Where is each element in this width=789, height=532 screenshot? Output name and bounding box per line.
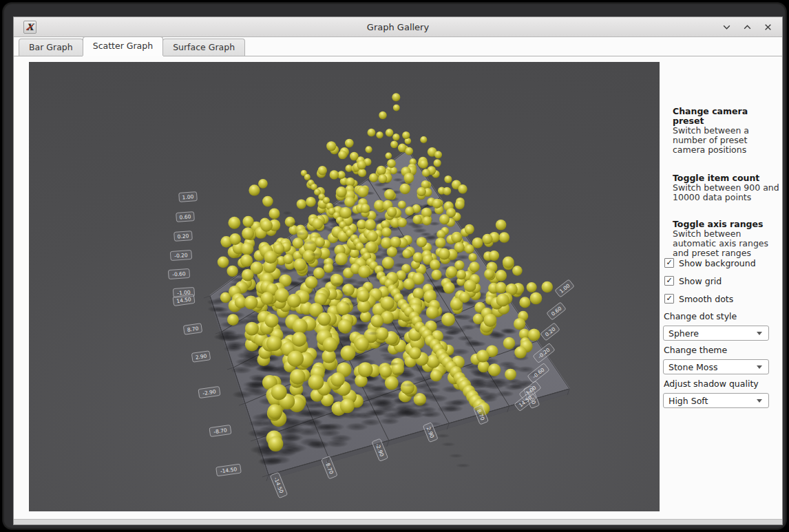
dot-style-value: Sphere bbox=[669, 328, 699, 339]
scatter-3d-chart[interactable]: 1.000.600.20-0.20-0.60-1.0014.508.702.90… bbox=[29, 62, 660, 511]
axis-tick-label: -14.50 bbox=[216, 464, 242, 476]
toggle-axis-ranges-button[interactable]: Toggle axis ranges Switch between automa… bbox=[663, 220, 780, 258]
checkbox-label: Show grid bbox=[679, 276, 722, 286]
theme-select[interactable]: Stone Moss bbox=[663, 359, 769, 374]
change-camera-preset-button[interactable]: Change camera preset Switch between a nu… bbox=[663, 107, 780, 155]
axis-tick-label: 0.20 bbox=[540, 323, 560, 341]
theme-value: Stone Moss bbox=[669, 362, 718, 372]
control-panel: Change camera preset Switch between a nu… bbox=[663, 107, 780, 408]
svg-text:-0.60: -0.60 bbox=[172, 270, 186, 277]
axis-tick-label: 8.70 bbox=[183, 323, 202, 334]
window-frame: X Graph Gallery Bar Graph Scatter Graph … bbox=[2, 2, 787, 530]
shadow-quality-select[interactable]: High Soft bbox=[663, 393, 769, 408]
dot-style-select[interactable]: Sphere bbox=[663, 326, 769, 341]
shadow-quality-label: Adjust shadow quality bbox=[664, 379, 780, 389]
title-bar[interactable]: X Graph Gallery bbox=[14, 17, 782, 37]
axis-tick-label: -8.70 bbox=[209, 425, 231, 436]
axis-tick-label: 1.00 bbox=[179, 192, 198, 202]
action-description: Switch between 900 and 10000 data points bbox=[673, 183, 780, 202]
action-title: Toggle item count bbox=[673, 173, 780, 183]
svg-text:1.00: 1.00 bbox=[182, 193, 194, 200]
svg-text:-0.20: -0.20 bbox=[174, 252, 188, 259]
close-icon[interactable] bbox=[763, 22, 772, 32]
window-controls bbox=[722, 17, 772, 36]
smooth-dots-checkbox[interactable]: ✓ Smooth dots bbox=[664, 294, 780, 304]
theme-label: Change theme bbox=[664, 345, 780, 355]
tab-scatter-graph[interactable]: Scatter Graph bbox=[83, 36, 163, 56]
minimize-icon[interactable] bbox=[722, 22, 731, 32]
dot-style-label: Change dot style bbox=[664, 312, 780, 321]
show-background-checkbox[interactable]: ✓ Show background bbox=[664, 258, 780, 268]
svg-text:0.60: 0.60 bbox=[179, 213, 191, 220]
checkbox-icon: ✓ bbox=[664, 276, 674, 286]
checkbox-label: Smooth dots bbox=[679, 294, 733, 304]
app-window: X Graph Gallery Bar Graph Scatter Graph … bbox=[13, 17, 783, 525]
tab-surface-graph[interactable]: Surface Graph bbox=[162, 39, 245, 56]
axis-tick-label: 0.60 bbox=[547, 302, 566, 320]
tab-bar-graph[interactable]: Bar Graph bbox=[19, 39, 83, 56]
checkbox-icon: ✓ bbox=[664, 258, 674, 268]
axis-tick-label: -0.60 bbox=[168, 268, 189, 279]
action-title: Change camera preset bbox=[673, 107, 780, 126]
scatter-3d-svg: 1.000.600.20-0.20-0.60-1.0014.508.702.90… bbox=[29, 62, 660, 511]
window-title: Graph Gallery bbox=[14, 22, 782, 32]
checkbox-icon: ✓ bbox=[664, 294, 674, 304]
tab-pane: 1.000.600.20-0.20-0.60-1.0014.508.702.90… bbox=[14, 56, 782, 520]
action-title: Toggle axis ranges bbox=[673, 220, 780, 229]
tab-bar: Bar Graph Scatter Graph Surface Graph bbox=[14, 37, 782, 56]
axis-tick-label: -14.50 bbox=[270, 472, 287, 498]
axis-tick-label: -2.90 bbox=[198, 386, 220, 398]
svg-text:0.20: 0.20 bbox=[177, 233, 189, 240]
app-icon: X bbox=[23, 21, 36, 34]
chevron-down-icon bbox=[757, 399, 762, 403]
chevron-down-icon bbox=[757, 365, 762, 369]
action-description: Switch between a number of preset camera… bbox=[673, 126, 780, 155]
shadow-quality-value: High Soft bbox=[669, 396, 708, 406]
axis-tick-label: 2.90 bbox=[191, 351, 210, 362]
axis-tick-label: 0.60 bbox=[176, 212, 195, 222]
axis-tick-label: 1.00 bbox=[555, 279, 574, 297]
chevron-down-icon bbox=[757, 332, 762, 335]
show-grid-checkbox[interactable]: ✓ Show grid bbox=[664, 276, 780, 286]
action-description: Switch between automatic axis ranges and… bbox=[673, 229, 780, 258]
checkbox-label: Show background bbox=[679, 258, 756, 268]
window-bottom-edge bbox=[14, 519, 782, 524]
toggle-item-count-button[interactable]: Toggle item count Switch between 900 and… bbox=[663, 173, 780, 202]
axis-tick-label: -0.20 bbox=[170, 250, 191, 260]
maximize-icon[interactable] bbox=[742, 22, 752, 32]
axis-tick-label: 0.20 bbox=[174, 231, 193, 242]
